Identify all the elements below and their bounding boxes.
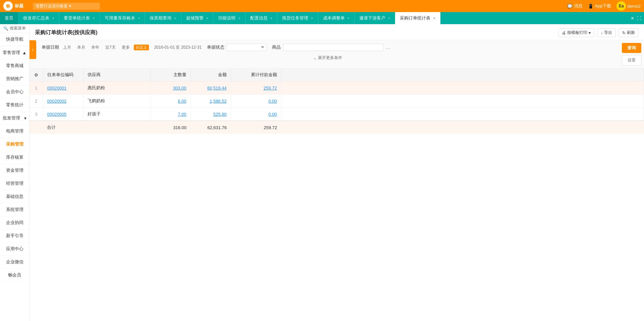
more-options-icon[interactable]: … — [385, 44, 391, 50]
close-icon[interactable]: × — [388, 16, 390, 20]
cell-no: 1 — [30, 82, 43, 95]
status-filter: 单据状态 — [207, 44, 267, 51]
table-row: 2 00020002 飞鹤奶粉 6.00 1,586.52 0.00 — [30, 95, 644, 108]
tab-invite[interactable]: 邀请下游客户 × — [355, 12, 395, 24]
cell-amount: 525.80 — [191, 108, 231, 121]
sidebar-item-wholesale[interactable]: 批发管理▾ — [0, 112, 29, 125]
search-menu-btn[interactable]: 🔍 搜索菜单 — [0, 24, 29, 33]
sidebar-item-ecommerce[interactable]: 电商管理 — [0, 125, 29, 138]
tab-overstock[interactable]: 超储预警 × — [181, 12, 213, 24]
sidebar-item-marketing[interactable]: 营销推广 — [0, 72, 29, 86]
date-this-month[interactable]: 本月 — [75, 44, 87, 51]
settings-btn[interactable]: 设置 — [622, 55, 641, 65]
expand-more-btn[interactable]: ⌄ 展开更多条件 — [311, 54, 345, 62]
sidebar-item-retail-mgmt[interactable]: 零售管理▲ — [0, 46, 29, 59]
tab-config[interactable]: 配置信息 × — [246, 12, 277, 24]
sidebar-item-retail-stats[interactable]: 零售统计 — [0, 99, 29, 112]
tab-label: 采购订单统计表 — [400, 15, 430, 21]
table-footer: 合计 316.00 62,631.76 259.72 — [30, 121, 644, 134]
username: demo2 — [627, 4, 641, 9]
export-btn[interactable]: ↓ 导出 — [597, 28, 616, 37]
status-select[interactable] — [226, 44, 267, 51]
tab-cost-adjust[interactable]: 成本调整单 × — [318, 12, 355, 24]
sidebar-item-collab[interactable]: 企业协同 — [0, 216, 29, 229]
chevron-down-icon: ▾ — [589, 31, 591, 35]
user-profile[interactable]: Ea demo2 — [616, 1, 641, 11]
tab-label: 保质期查询 — [150, 15, 171, 21]
table-area: ⚙ 往来单位编码 供应商 主数量 金额 — [30, 68, 644, 321]
goods-input[interactable] — [283, 44, 383, 51]
close-icon[interactable]: × — [311, 16, 313, 20]
sidebar-item-purchase[interactable]: 采购管理 — [0, 138, 29, 151]
sidebar-item-app-center[interactable]: 应用中心 — [0, 243, 29, 256]
close-icon[interactable]: × — [433, 16, 435, 20]
col-supplier: 供应商 — [83, 68, 150, 82]
app-download-btn[interactable]: 📱 App下载 — [588, 3, 611, 9]
message-label: 消息 — [574, 3, 583, 9]
tab-label: 功能说明 — [218, 15, 235, 21]
fullscreen-icon[interactable]: ⛶ — [637, 16, 641, 21]
filter-wrapper: › 单据日期 上月 本月 本年 近7天 更多 自定义 2016-01-01 至 … — [30, 40, 644, 68]
sidebar-quicknav-section: 快捷导航 — [0, 33, 29, 46]
search-icon: 🔍 — [3, 26, 8, 31]
workspace-arrow: ▾ — [69, 4, 71, 8]
filter-row-1: 单据日期 上月 本月 本年 近7天 更多 自定义 2016-01-01 至 20… — [42, 44, 614, 51]
tab-label: 配置信息 — [250, 15, 268, 21]
sidebar-item-base-info[interactable]: 基础信息 — [0, 190, 29, 203]
col-qty: 主数量 — [150, 68, 191, 82]
cell-paid: 0.00 — [231, 95, 281, 108]
tab-home[interactable]: 首页 — [0, 12, 18, 24]
date-this-year[interactable]: 本年 — [89, 44, 101, 51]
sidebar-item-member2[interactable]: 畅会员 — [0, 269, 29, 282]
header-actions: 🖨 按模板打印 ▾ ↓ 导出 ↻ 刷新 — [558, 28, 639, 37]
custom-badge: 自定义 — [134, 45, 149, 50]
tab-receive-summary[interactable]: 收发存汇总表 × — [18, 12, 59, 24]
close-icon[interactable]: × — [52, 16, 54, 20]
workspace-selector[interactable]: 母婴行业演示账套 ▾ — [33, 3, 100, 10]
close-icon[interactable]: × — [206, 16, 208, 20]
close-icon[interactable]: × — [138, 16, 140, 20]
message-icon: 💬 — [567, 4, 573, 9]
sidebar-item-retail-shop[interactable]: 零售商城 — [0, 59, 29, 72]
close-all-icon[interactable]: ✕ — [631, 16, 634, 21]
tab-order-stats[interactable]: 要货单统计表 × — [59, 12, 100, 24]
tab-expiry[interactable]: 保质期查询 × — [145, 12, 181, 24]
cell-supplier: 惠氏奶粉 — [83, 82, 150, 95]
top-bar: 畅 标题 母婴行业演示账套 ▾ 💬 消息 📱 App下载 Ea demo2 — [0, 0, 644, 12]
tab-purchase-stats[interactable]: 采购订单统计表 × — [395, 12, 440, 24]
filter-toggle-btn[interactable]: › — [30, 40, 36, 59]
tab-function[interactable]: 功能说明 × — [213, 12, 245, 24]
cell-supplier: 飞鹤奶粉 — [83, 95, 150, 108]
cell-amount: 1,586.52 — [191, 95, 231, 108]
close-icon[interactable]: × — [174, 16, 176, 20]
main-layout: 🔍 搜索菜单 快捷导航 零售管理▲ 零售商城 营销推广 会员中心 零售统计 批发… — [0, 24, 644, 321]
print-btn[interactable]: 🖨 按模板打印 ▾ — [558, 28, 594, 37]
footer-row: 合计 316.00 62,631.76 259.72 — [30, 121, 644, 134]
close-icon[interactable]: × — [238, 16, 240, 20]
main-table: ⚙ 往来单位编码 供应商 主数量 金额 — [30, 68, 644, 134]
sidebar-item-quicknav[interactable]: 快捷导航 — [0, 33, 29, 46]
footer-cell-label: 合计 — [43, 121, 150, 134]
date-last-month[interactable]: 上月 — [61, 44, 73, 51]
query-btn[interactable]: 查询 — [622, 43, 641, 53]
close-icon[interactable]: × — [93, 16, 95, 20]
close-icon[interactable]: × — [270, 16, 272, 20]
sidebar-item-stock[interactable]: 库存核算 — [0, 151, 29, 164]
date-7days[interactable]: 近7天 — [103, 44, 118, 51]
refresh-btn[interactable]: ↻ 刷新 — [619, 28, 639, 37]
sidebar-item-system[interactable]: 系统管理 — [0, 203, 29, 216]
sidebar-item-member[interactable]: 会员中心 — [0, 86, 29, 99]
tab-picking[interactable]: 拣货任务管理 × — [277, 12, 318, 24]
settings-icon[interactable]: ⚙ — [34, 72, 38, 77]
tab-usable-stock[interactable]: 可用量库存账本 × — [100, 12, 145, 24]
cell-no: 3 — [30, 108, 43, 121]
close-icon[interactable]: × — [347, 16, 350, 20]
sidebar-item-guide[interactable]: 新手引导 — [0, 229, 29, 243]
sidebar-item-finance[interactable]: 资金管理 — [0, 164, 29, 177]
message-btn[interactable]: 💬 消息 — [567, 3, 583, 9]
sidebar-item-operation[interactable]: 经营管理 — [0, 177, 29, 190]
content-area: 采购订单统计表(按供应商) 🖨 按模板打印 ▾ ↓ 导出 ↻ 刷新 › — [30, 24, 644, 321]
tab-label: 拣货任务管理 — [282, 15, 308, 21]
sidebar-item-wechat[interactable]: 企业微信 — [0, 256, 29, 269]
date-more[interactable]: 更多 — [120, 44, 132, 51]
